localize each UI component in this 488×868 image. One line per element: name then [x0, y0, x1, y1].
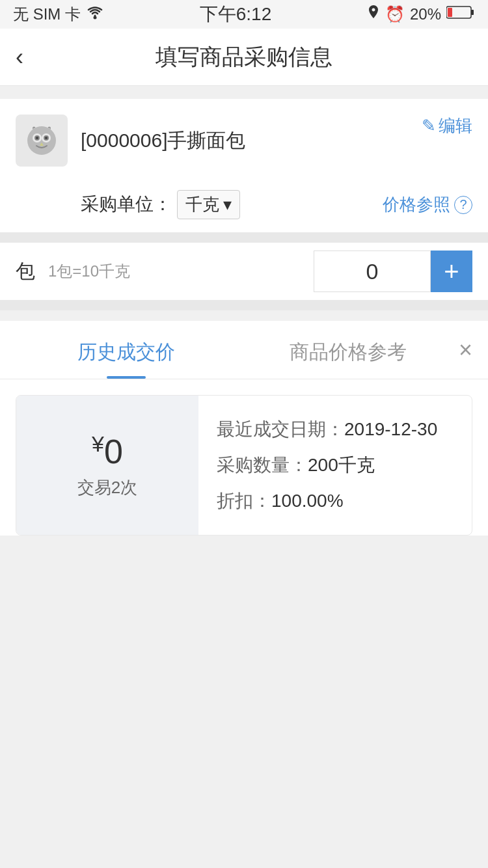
product-thumbnail — [16, 115, 68, 167]
dropdown-icon: ▾ — [223, 195, 232, 215]
discount-row: 折扣：100.00% — [217, 488, 454, 513]
unit-label: 采购单位： — [81, 194, 172, 214]
recent-date-value: 2019-12-30 — [344, 419, 437, 439]
svg-rect-3 — [448, 8, 452, 17]
history-price-panel: ¥0 交易2次 — [16, 396, 198, 535]
product-name: [0000006]手撕面包 — [81, 128, 245, 154]
quantity-input[interactable] — [314, 251, 431, 292]
back-button[interactable]: ‹ — [16, 44, 23, 71]
edit-icon: ✎ — [422, 116, 436, 136]
unit-select-dropdown[interactable]: 千克 ▾ — [177, 190, 240, 219]
status-left: 无 SIM 卡 — [13, 4, 104, 25]
recent-date-label: 最近成交日期： — [217, 419, 344, 439]
status-right: ⏰ 20% — [367, 5, 475, 23]
tab-price-ref-label: 商品价格参考 — [290, 341, 407, 362]
discount-value: 100.00% — [271, 491, 344, 511]
divider-2 — [0, 300, 488, 310]
unit-label-group: 采购单位： 千克 ▾ — [81, 190, 240, 219]
price-ref-label: 价格参照 — [383, 193, 450, 216]
product-left: [0000006]手撕面包 — [16, 115, 245, 167]
history-detail-panel: 最近成交日期：2019-12-30 采购数量：200千克 折扣：100.00% — [198, 396, 472, 535]
product-header: [0000006]手撕面包 ✎ 编辑 — [16, 115, 472, 167]
status-bar: 无 SIM 卡 下午6:12 ⏰ 20% — [0, 0, 488, 29]
tab-price-reference[interactable]: 商品价格参考 — [237, 321, 458, 379]
svg-point-0 — [94, 16, 97, 20]
unit-row: 采购单位： 千克 ▾ 价格参照 ? — [16, 180, 472, 232]
tab-history-price[interactable]: 历史成交价 — [16, 321, 237, 379]
tabs-close-button[interactable]: × — [459, 323, 472, 377]
quantity-row: 包 1包=10千克 + — [0, 243, 488, 300]
edit-label: 编辑 — [439, 115, 472, 137]
nav-bar: ‹ 填写商品采购信息 — [0, 29, 488, 86]
history-card: ¥0 交易2次 最近成交日期：2019-12-30 采购数量：200千克 折扣：… — [16, 395, 472, 536]
unit-conversion-label: 1包=10千克 — [48, 261, 301, 282]
divider-1 — [0, 232, 488, 243]
currency-symbol: ¥ — [92, 431, 104, 456]
product-card: [0000006]手撕面包 ✎ 编辑 采购单位： 千克 ▾ 价格参照 ? — [0, 99, 488, 232]
purchase-qty-value: 200千克 — [308, 455, 375, 475]
quantity-input-area: + — [314, 251, 472, 292]
svg-rect-2 — [471, 10, 474, 15]
status-time: 下午6:12 — [200, 2, 272, 27]
no-sim-text: 无 SIM 卡 — [13, 4, 81, 25]
alarm-icon: ⏰ — [385, 5, 405, 23]
price-ref-question-icon: ? — [454, 196, 472, 214]
quantity-plus-button[interactable]: + — [431, 251, 472, 292]
battery-percent: 20% — [410, 5, 441, 23]
main-background — [0, 551, 488, 868]
svg-point-10 — [45, 137, 47, 139]
purchase-qty-row: 采购数量：200千克 — [217, 452, 454, 478]
unit-value: 千克 — [185, 193, 219, 216]
discount-label: 折扣： — [217, 491, 271, 511]
purchase-qty-label: 采购数量： — [217, 455, 308, 475]
svg-point-4 — [27, 126, 56, 155]
battery-icon-container — [446, 5, 475, 23]
edit-button[interactable]: ✎ 编辑 — [422, 115, 472, 137]
tabs-section: 历史成交价 商品价格参考 × ¥0 交易2次 最近成交日期：2019-12-30… — [0, 321, 488, 536]
recent-date-row: 最近成交日期：2019-12-30 — [217, 416, 454, 442]
svg-point-9 — [36, 137, 38, 139]
wifi-icon — [86, 5, 104, 23]
tabs-header: 历史成交价 商品价格参考 × — [0, 321, 488, 379]
tab-history-label: 历史成交价 — [77, 341, 175, 362]
trade-count: 交易2次 — [77, 476, 137, 499]
price-ref-button[interactable]: 价格参照 ? — [383, 193, 472, 216]
page-title: 填写商品采购信息 — [156, 42, 332, 72]
location-icon — [367, 5, 380, 23]
price-number: 0 — [104, 433, 123, 470]
unit-main-label: 包 — [16, 258, 35, 285]
history-price-value: ¥0 — [92, 431, 123, 471]
